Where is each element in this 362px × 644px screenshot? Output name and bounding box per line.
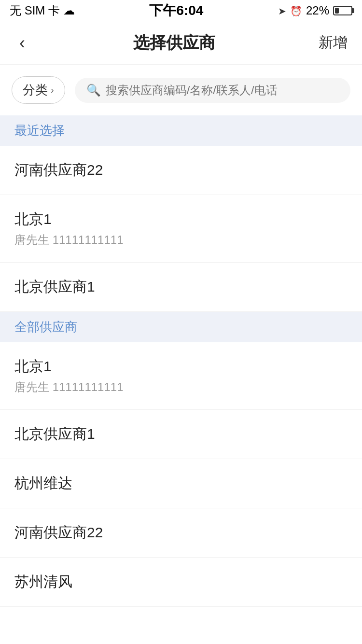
search-input-wrapper[interactable]: 🔍 [75,78,350,103]
recent-items-list: 河南供应商22北京1唐先生 11111111111北京供应商1 [0,146,362,312]
item-name: 北京1 [14,357,348,377]
status-time: 下午6:04 [149,1,203,20]
all-section-header: 全部供应商 [0,312,362,342]
add-button[interactable]: 新增 [319,33,348,53]
location-icon [278,4,286,17]
list-item[interactable]: 北京1唐先生 11111111111 [0,342,362,410]
alarm-icon [290,4,302,17]
all-section-label: 全部供应商 [14,320,77,334]
status-left: 无 SIM 卡 ☁ [10,3,75,18]
item-name: 北京1 [14,210,348,229]
item-name: 北京供应商1 [14,277,348,297]
list-item[interactable]: 北京供应商1 [0,410,362,459]
search-input[interactable] [106,84,339,97]
list-item[interactable]: 北京供应商1 [0,263,362,312]
list-item[interactable]: 杭州维达 [0,459,362,508]
back-button[interactable]: ‹ [14,28,30,58]
item-sub: 唐先生 11111111111 [14,232,348,248]
recent-section-label: 最近选择 [14,123,65,138]
list-item[interactable]: 河南供应商22 [0,146,362,195]
all-items-list: 北京1唐先生 11111111111北京供应商1杭州维达河南供应商22苏州清风 [0,342,362,607]
nav-title: 选择供应商 [133,32,215,54]
recent-section-header: 最近选择 [0,115,362,146]
battery-percent: 22% [306,4,329,17]
search-area: 分类 › 🔍 [0,65,362,115]
list-item[interactable]: 北京1唐先生 11111111111 [0,195,362,263]
category-button[interactable]: 分类 › [12,76,65,104]
chevron-right-icon: › [51,84,54,96]
status-right: 22% [278,4,352,17]
search-icon: 🔍 [86,84,101,97]
no-sim-text: 无 SIM 卡 ☁ [10,3,75,18]
category-label: 分类 [23,82,48,98]
battery-icon [333,6,352,15]
item-name: 杭州维达 [14,474,348,493]
item-name: 北京供应商1 [14,424,348,444]
list-item[interactable]: 苏州清风 [0,558,362,607]
item-sub: 唐先生 11111111111 [14,379,348,395]
nav-bar: ‹ 选择供应商 新增 [0,21,362,65]
item-name: 河南供应商22 [14,160,348,180]
item-name: 苏州清风 [14,572,348,592]
status-bar: 无 SIM 卡 ☁ 下午6:04 22% [0,0,362,21]
item-name: 河南供应商22 [14,523,348,543]
list-item[interactable]: 河南供应商22 [0,508,362,558]
